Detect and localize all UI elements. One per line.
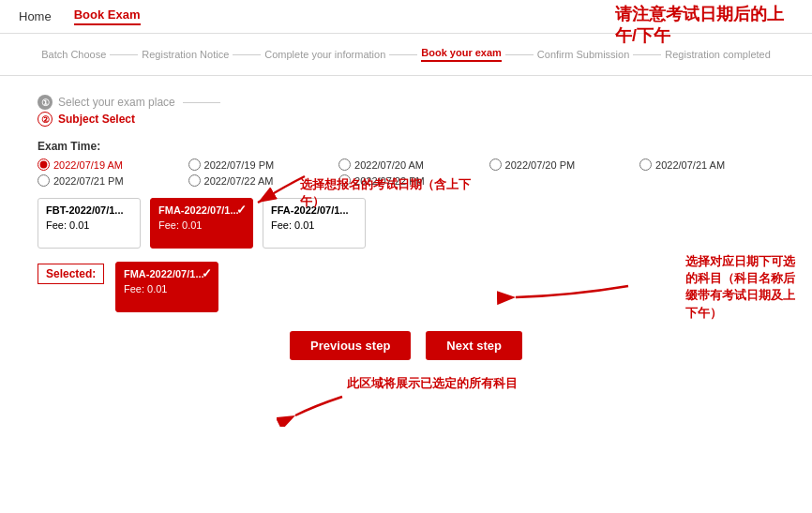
subject-card-2[interactable]: FFA-2022/07/1... Fee: 0.01 [263, 198, 366, 249]
subject-card-2-name: FFA-2022/07/1... [271, 204, 357, 216]
radio-1[interactable] [188, 158, 201, 171]
radio-4[interactable] [639, 158, 652, 171]
sub-step-1-text: Select your exam place [58, 96, 175, 109]
selected-card-0[interactable]: ✓ FMA-2022/07/1... Fee: 0.01 [115, 262, 218, 312]
steps-bar: Batch Choose Registration Notice Complet… [0, 34, 812, 69]
subject-card-2-fee: Fee: 0.01 [271, 219, 357, 231]
sub-step-1: ① Select your exam place [38, 95, 774, 110]
subject-card-1-fee: Fee: 0.01 [158, 219, 245, 231]
subject-card-0-fee: Fee: 0.01 [46, 219, 132, 231]
radio-item-5[interactable]: 2022/07/21 PM [38, 174, 173, 187]
radio-5[interactable] [38, 174, 50, 187]
selected-label: Selected: [38, 264, 104, 284]
selected-cards-row: ✓ FMA-2022/07/1... Fee: 0.01 [115, 262, 218, 312]
radio-item-2[interactable]: 2022/07/20 AM [338, 158, 474, 171]
step-completed: Registration completed [665, 49, 771, 60]
nav-bar: Home Book Exam [0, 0, 812, 34]
step-complete-info: Complete your information [264, 49, 385, 60]
nav-home-link[interactable]: Home [19, 9, 52, 23]
subject-card-0[interactable]: FBT-2022/07/1... Fee: 0.01 [38, 198, 141, 249]
subject-card-0-name: FBT-2022/07/1... [46, 204, 132, 216]
selected-check-icon: ✓ [202, 266, 212, 280]
prev-step-button[interactable]: Previous step [290, 331, 411, 360]
radio-item-1[interactable]: 2022/07/19 PM [188, 158, 324, 171]
selected-card-0-name: FMA-2022/07/1... [124, 268, 210, 279]
radio-2[interactable] [338, 158, 351, 171]
radio-item-3[interactable]: 2022/07/20 PM [489, 158, 625, 171]
subject-card-1[interactable]: ✓ FMA-2022/07/1... Fee: 0.01 [150, 198, 253, 249]
radio-7[interactable] [338, 174, 351, 187]
radio-3[interactable] [489, 158, 502, 171]
radio-item-7[interactable]: 2022/07/22 PM [338, 174, 474, 187]
annotation-selected: 此区域将展示已选定的所有科目 [347, 375, 518, 392]
radio-item-0[interactable]: 2022/07/19 AM [38, 158, 173, 171]
radio-item-4[interactable]: 2022/07/21 AM [639, 158, 774, 171]
subject-cards-row: FBT-2022/07/1... Fee: 0.01 ✓ FMA-2022/07… [38, 198, 774, 249]
sub-step-1-circle: ① [38, 95, 53, 110]
step-registration-notice: Registration Notice [142, 49, 229, 60]
sub-step-2-text: Subject Select [58, 113, 135, 126]
main-content: ① Select your exam place ② Subject Selec… [0, 85, 812, 370]
step-confirm: Confirm Submission [537, 49, 629, 60]
selected-card-0-fee: Fee: 0.01 [124, 283, 210, 294]
bottom-buttons: Previous step Next step [38, 331, 774, 360]
next-step-button[interactable]: Next step [426, 331, 522, 360]
sub-step-2-circle: ② [38, 112, 53, 127]
radio-grid: 2022/07/19 AM 2022/07/19 PM 2022/07/20 A… [38, 158, 774, 187]
exam-time-section: Exam Time: 2022/07/19 AM 2022/07/19 PM 2… [38, 140, 774, 187]
step-batch-choose: Batch Choose [41, 49, 106, 60]
radio-0[interactable] [38, 158, 50, 171]
sub-step-2: ② Subject Select [38, 112, 774, 127]
radio-6[interactable] [188, 174, 201, 187]
sub-steps: ① Select your exam place ② Subject Selec… [38, 95, 774, 128]
exam-time-label: Exam Time: [38, 140, 774, 153]
selected-section: Selected: ✓ FMA-2022/07/1... Fee: 0.01 [38, 262, 774, 312]
subject-card-1-name: FMA-2022/07/1... [158, 204, 245, 216]
nav-book-exam-link[interactable]: Book Exam [74, 8, 141, 25]
radio-item-6[interactable]: 2022/07/22 AM [188, 174, 324, 187]
step-book-exam: Book your exam [421, 47, 502, 62]
check-icon-1: ✓ [236, 203, 247, 217]
